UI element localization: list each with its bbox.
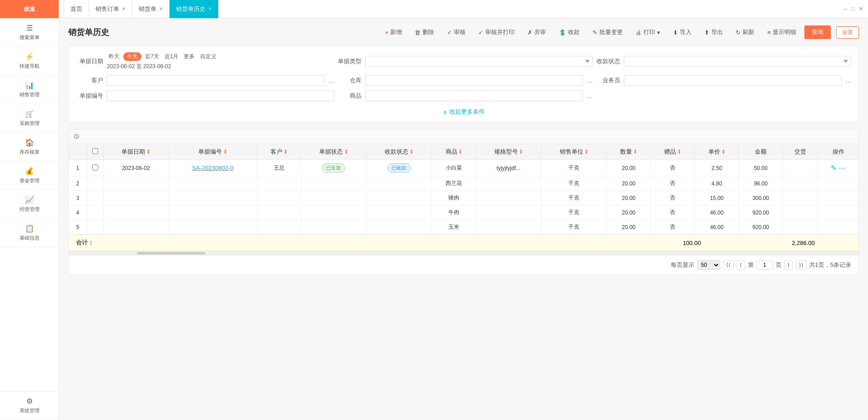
th-unit-price[interactable]: 单价▲▼	[695, 144, 739, 160]
cell-doc-no	[169, 205, 257, 220]
sidebar: 统速 ☰ 搜索菜单 ⚡ 快捷导航 📊 销售管理 🛒 采购管理 🏠 库存核算 💰 …	[0, 0, 59, 420]
window-controls: ─ □ ✕	[843, 5, 863, 12]
sidebar-item-finance[interactable]: 💰 资金管理	[0, 161, 59, 190]
cell-checkbox[interactable]	[87, 191, 103, 205]
sidebar-item-quick-nav[interactable]: ⚡ 快捷导航	[0, 47, 59, 75]
row-checkbox[interactable]	[92, 165, 98, 170]
page-last-button[interactable]: ⟩⟩	[796, 260, 807, 270]
summary-label: 合计：	[76, 239, 94, 247]
docno-input[interactable]	[107, 90, 334, 101]
tab-sales-order-close[interactable]: ✕	[122, 6, 125, 11]
abandon-button[interactable]: ✗ 弃审	[523, 26, 551, 38]
doc-no-link[interactable]: SA-20230602-0	[192, 165, 233, 171]
select-all-checkbox[interactable]	[92, 148, 98, 154]
delete-button[interactable]: 🗑 删除	[410, 26, 439, 38]
cell-checkbox[interactable]	[87, 176, 103, 191]
th-checkbox[interactable]	[87, 144, 103, 160]
approve-print-icon: ✓	[478, 29, 483, 36]
cell-checkbox[interactable]	[87, 205, 103, 220]
staff-picker[interactable]: ...	[845, 77, 851, 84]
sidebar-item-sales-mgmt[interactable]: 📊 销售管理	[0, 75, 59, 104]
show-detail-button[interactable]: ≡ 显示明细	[763, 26, 801, 38]
sidebar-item-operations[interactable]: 📈 经营管理	[0, 190, 59, 219]
cell-doc-no	[169, 220, 257, 235]
batch-change-button[interactable]: ✎ 批量变更	[588, 26, 627, 38]
goods-input[interactable]	[365, 90, 583, 101]
new-button[interactable]: + 新增	[381, 26, 407, 38]
table-settings-icon[interactable]: ⚙	[73, 132, 80, 141]
maximize-icon[interactable]: □	[851, 5, 855, 12]
approve-button[interactable]: ✓ 审核	[442, 26, 470, 38]
tab-sales-delivery-close[interactable]: ✕	[159, 6, 163, 11]
date-tab-today[interactable]: 今天	[123, 52, 141, 61]
th-actions-label: 操作	[833, 148, 844, 155]
cell-gift: 否	[651, 205, 695, 220]
th-customer[interactable]: 客户▲▼	[257, 144, 301, 160]
more-action[interactable]: ⋯	[838, 164, 846, 172]
sidebar-item-search-menu[interactable]: ☰ 搜索菜单	[0, 18, 59, 47]
sidebar-item-base-info[interactable]: 📋 基础信息	[0, 219, 59, 247]
warehouse-label: 仓库	[334, 76, 361, 85]
tab-sales-order[interactable]: 销售订单 ✕	[89, 0, 132, 18]
horizontal-scrollbar[interactable]	[69, 250, 858, 255]
sidebar-item-purchase-mgmt[interactable]: 🛒 采购管理	[0, 104, 59, 133]
show-detail-icon: ≡	[767, 29, 771, 36]
cell-rownum: 3	[69, 191, 87, 205]
cell-goods: 小白菜	[432, 160, 476, 176]
refresh-button[interactable]: ↻ 刷新	[731, 26, 759, 38]
th-unit[interactable]: 销售单位▲▼	[541, 144, 607, 160]
page-prev-button[interactable]: ⟨	[737, 260, 745, 270]
collapse-button[interactable]: ∧ 收起更多条件	[76, 106, 851, 118]
th-doc-status[interactable]: 单据状态▲▼	[301, 144, 366, 160]
staff-input[interactable]	[624, 75, 842, 86]
minimize-icon[interactable]: ─	[843, 5, 848, 12]
page-first-button[interactable]: ⟨⟨	[723, 260, 734, 270]
cell-amount: 96.00	[739, 176, 783, 191]
page-next-button[interactable]: ⟩	[784, 260, 793, 270]
date-tab-1month[interactable]: 近1月	[163, 52, 181, 61]
query-button[interactable]: 查询	[804, 25, 831, 39]
th-doc-no-label: 单据编号	[198, 148, 222, 156]
tab-sales-history[interactable]: 销货单历史 ✕	[170, 0, 219, 18]
th-doc-no[interactable]: 单据编号▲▼	[169, 144, 257, 160]
settings-button[interactable]: 设置	[836, 26, 859, 39]
scrollbar-thumb[interactable]	[137, 252, 205, 255]
th-quantity[interactable]: 数量▲▼	[607, 144, 651, 160]
customer-input[interactable]	[107, 75, 325, 86]
import-button[interactable]: ⬇ 导入	[668, 26, 696, 38]
sort-down-icon: ▼	[459, 152, 462, 155]
date-tab-yesterday[interactable]: 昨天	[107, 52, 121, 61]
goods-picker[interactable]: ...	[587, 92, 592, 100]
tab-home[interactable]: 首页	[64, 0, 89, 18]
paystatus-select[interactable]	[624, 56, 851, 67]
customer-picker[interactable]: ...	[328, 77, 334, 84]
th-goods[interactable]: 商品▲▼	[432, 144, 476, 160]
date-tab-more[interactable]: 更多	[182, 52, 196, 61]
sidebar-item-inventory[interactable]: 🏠 库存核算	[0, 133, 59, 161]
tab-sales-history-close[interactable]: ✕	[208, 6, 212, 11]
print-button[interactable]: 🖨 打印 ▾	[631, 26, 665, 38]
warehouse-input[interactable]	[365, 75, 583, 86]
cell-quantity: 20.00	[607, 160, 651, 176]
page-size-select[interactable]: 50 100	[697, 260, 720, 270]
doctype-select[interactable]	[365, 56, 592, 67]
th-spec[interactable]: 规格型号▲▼	[476, 144, 542, 160]
tab-sales-delivery[interactable]: 销货单 ✕	[132, 0, 170, 18]
date-tab-7days[interactable]: 近7天	[143, 52, 161, 61]
cell-amount: 920.00	[739, 205, 783, 220]
cell-trade	[783, 191, 818, 205]
th-pay-status[interactable]: 收款状态▲▼	[366, 144, 432, 160]
page-number-input[interactable]	[757, 260, 773, 270]
date-tab-custom[interactable]: 自定义	[198, 52, 218, 61]
sidebar-item-system-mgmt[interactable]: ⚙ 系统管理	[0, 391, 59, 420]
warehouse-picker[interactable]: ...	[587, 77, 592, 84]
cell-checkbox[interactable]	[87, 220, 103, 235]
collect-button[interactable]: 💲 收款	[554, 26, 584, 38]
export-button[interactable]: ⬆ 导出	[700, 26, 728, 38]
approve-print-button[interactable]: ✓ 审核并打印	[474, 26, 519, 38]
th-doc-date[interactable]: 单据日期▲▼	[103, 144, 169, 160]
th-gift[interactable]: 赠品▲▼	[651, 144, 695, 160]
cell-checkbox[interactable]	[87, 160, 103, 176]
edit-action[interactable]: ✎	[831, 164, 837, 172]
close-window-icon[interactable]: ✕	[858, 5, 863, 12]
